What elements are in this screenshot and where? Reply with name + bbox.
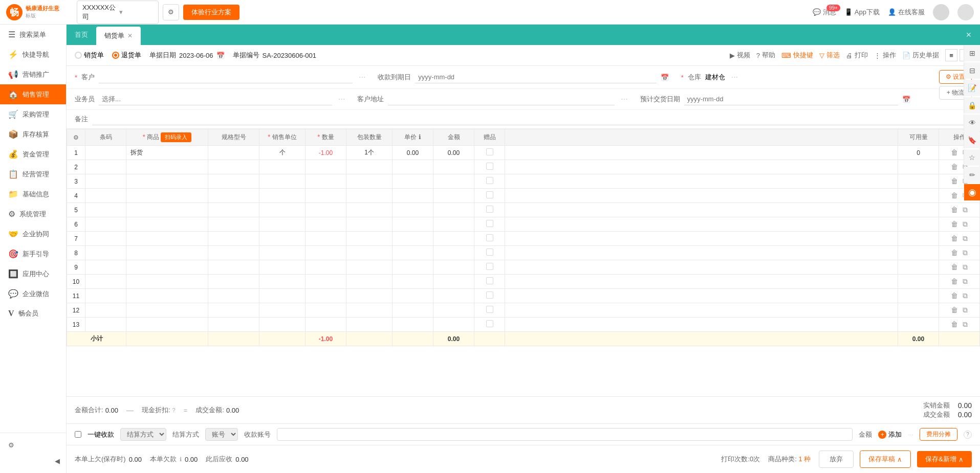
cell-barcode-10[interactable] bbox=[85, 289, 126, 303]
cell-quantity-4[interactable] bbox=[306, 203, 346, 217]
cell-spec-2[interactable] bbox=[208, 174, 259, 189]
cell-price-5[interactable] bbox=[393, 217, 433, 232]
right-icon-star[interactable]: ☆ bbox=[964, 149, 980, 166]
cell-amount-0[interactable]: 0.00 bbox=[433, 146, 474, 160]
sidebar-item-quick-nav[interactable]: ⚡ 快捷导航 bbox=[0, 44, 66, 64]
account-select[interactable]: 账号 bbox=[205, 428, 238, 441]
amount-input[interactable] bbox=[277, 428, 853, 441]
calendar-icon[interactable]: 📅 bbox=[216, 52, 225, 59]
save-draft-button[interactable]: 保存草稿 ∧ bbox=[860, 451, 911, 468]
copy-icon-5[interactable]: ⧉ bbox=[963, 220, 968, 228]
delete-icon-12[interactable]: 🗑 bbox=[951, 320, 958, 328]
cell-unit-9[interactable] bbox=[259, 275, 306, 289]
delete-icon-11[interactable]: 🗑 bbox=[951, 306, 958, 314]
cell-amount-1[interactable] bbox=[433, 160, 474, 174]
delete-icon-4[interactable]: 🗑 bbox=[951, 206, 958, 214]
salesperson-input[interactable] bbox=[99, 93, 332, 105]
cell-barcode-12[interactable] bbox=[85, 318, 126, 332]
delete-icon-8[interactable]: 🗑 bbox=[951, 263, 958, 271]
delete-icon-3[interactable]: 🗑 bbox=[951, 191, 958, 199]
cell-quantity-7[interactable] bbox=[306, 246, 346, 260]
cell-spec-11[interactable] bbox=[208, 303, 259, 318]
trial-button[interactable]: 体验行业方案 bbox=[183, 5, 239, 20]
customer-expand-icon[interactable]: ··· bbox=[359, 73, 365, 82]
settings-gear-button[interactable]: ⚙ bbox=[163, 4, 179, 20]
right-icon-lock[interactable]: 🔒 bbox=[964, 97, 980, 114]
history-button[interactable]: 📄 历史单据 bbox=[902, 51, 939, 60]
cell-spec-9[interactable] bbox=[208, 275, 259, 289]
right-icon-edit[interactable]: ✏ bbox=[964, 167, 980, 183]
cell-amount-3[interactable] bbox=[433, 189, 474, 203]
salesperson-expand-icon[interactable]: ··· bbox=[338, 95, 345, 104]
delete-icon-0[interactable]: 🗑 bbox=[951, 148, 958, 156]
sidebar-item-search-orders[interactable]: ☰ 搜索菜单 bbox=[0, 25, 66, 44]
cell-product-0[interactable]: 拆货 bbox=[126, 146, 208, 160]
online-service-button[interactable]: 👤 在线客服 bbox=[888, 8, 925, 17]
delete-icon-1[interactable]: 🗑 bbox=[951, 163, 958, 171]
company-selector[interactable]: XXXXXX公司 ▾ bbox=[77, 1, 159, 24]
cell-quantity-11[interactable] bbox=[306, 303, 346, 318]
cell-gift-9[interactable] bbox=[474, 275, 505, 289]
tab-close-icon[interactable]: ✕ bbox=[127, 32, 133, 39]
view-list-button[interactable]: ≡ bbox=[945, 49, 957, 61]
cell-pkgqty-7[interactable] bbox=[346, 246, 393, 260]
sidebar-item-system[interactable]: ⚙ 系统管理 bbox=[0, 204, 66, 224]
cell-spec-7[interactable] bbox=[208, 246, 259, 260]
cell-price-4[interactable] bbox=[393, 203, 433, 217]
cell-product-12[interactable] bbox=[126, 318, 208, 332]
copy-icon-6[interactable]: ⧉ bbox=[963, 234, 968, 242]
cell-spec-5[interactable] bbox=[208, 217, 259, 232]
cell-product-2[interactable] bbox=[126, 174, 208, 189]
sidebar-item-business[interactable]: 📋 经营管理 bbox=[0, 164, 66, 184]
fee-help-icon[interactable]: ? bbox=[964, 431, 972, 439]
cell-spec-6[interactable] bbox=[208, 232, 259, 246]
copy-icon-12[interactable]: ⧉ bbox=[963, 320, 968, 328]
cell-gift-2[interactable] bbox=[474, 174, 505, 189]
cell-gift-3[interactable] bbox=[474, 189, 505, 203]
cell-quantity-8[interactable] bbox=[306, 260, 346, 275]
cell-pkgqty-0[interactable]: 1个 bbox=[346, 146, 393, 160]
sidebar-settings-button[interactable]: ⚙ bbox=[0, 437, 66, 453]
cell-product-3[interactable] bbox=[126, 189, 208, 203]
cell-gift-7[interactable] bbox=[474, 246, 505, 260]
shortcut-button[interactable]: ⌨ 快捷键 bbox=[781, 51, 813, 60]
cell-quantity-6[interactable] bbox=[306, 232, 346, 246]
delete-icon-2[interactable]: 🗑 bbox=[951, 177, 958, 185]
cell-barcode-9[interactable] bbox=[85, 275, 126, 289]
cell-quantity-5[interactable] bbox=[306, 217, 346, 232]
cell-barcode-11[interactable] bbox=[85, 303, 126, 318]
app-download-button[interactable]: 📱 App下载 bbox=[844, 8, 880, 17]
avatar[interactable] bbox=[933, 4, 949, 20]
cell-gift-12[interactable] bbox=[474, 318, 505, 332]
address-expand-icon[interactable]: ··· bbox=[621, 95, 627, 104]
cell-pkgqty-5[interactable] bbox=[346, 217, 393, 232]
save-new-button[interactable]: 保存&新增 ∧ bbox=[917, 451, 972, 467]
cell-unit-8[interactable] bbox=[259, 260, 306, 275]
copy-icon-9[interactable]: ⧉ bbox=[963, 277, 968, 285]
cell-unit-11[interactable] bbox=[259, 303, 306, 318]
tab-close-window[interactable]: ✕ bbox=[966, 31, 980, 39]
cell-amount-10[interactable] bbox=[433, 289, 474, 303]
cell-price-10[interactable] bbox=[393, 289, 433, 303]
sidebar-item-guide[interactable]: 🎯 新手引导 bbox=[0, 244, 66, 264]
cell-spec-12[interactable] bbox=[208, 318, 259, 332]
cell-barcode-7[interactable] bbox=[85, 246, 126, 260]
customer-input[interactable] bbox=[99, 71, 353, 83]
delete-icon-6[interactable]: 🗑 bbox=[951, 234, 958, 242]
cell-amount-7[interactable] bbox=[433, 246, 474, 260]
cell-unit-1[interactable] bbox=[259, 160, 306, 174]
cell-gift-6[interactable] bbox=[474, 232, 505, 246]
scan-button[interactable]: 扫码录入 bbox=[161, 132, 191, 142]
due-date-calendar-icon[interactable]: 📅 bbox=[661, 74, 669, 81]
cell-amount-4[interactable] bbox=[433, 203, 474, 217]
sidebar-item-inventory[interactable]: 📦 库存核算 bbox=[0, 124, 66, 144]
cell-price-2[interactable] bbox=[393, 174, 433, 189]
right-icon-orange[interactable]: ◉ bbox=[964, 184, 980, 200]
cell-amount-12[interactable] bbox=[433, 318, 474, 332]
add-payment-button[interactable]: + 添加 bbox=[878, 430, 902, 439]
cell-product-8[interactable] bbox=[126, 260, 208, 275]
radio-sales-order[interactable]: 销货单 bbox=[75, 51, 104, 60]
video-button[interactable]: ▶ 视频 bbox=[730, 51, 750, 60]
cell-gift-0[interactable] bbox=[474, 146, 505, 160]
cell-unit-7[interactable] bbox=[259, 246, 306, 260]
